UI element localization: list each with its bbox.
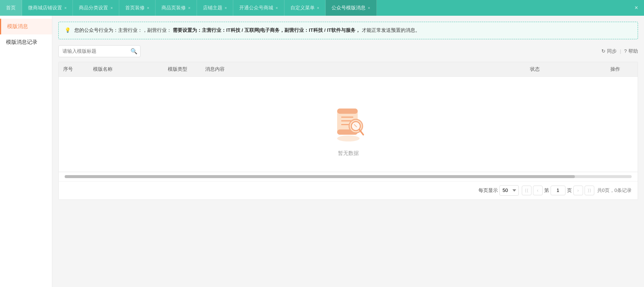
close-template-message-icon[interactable]: × (368, 6, 370, 10)
sync-icon: ↻ (601, 48, 606, 54)
notice-suffix-text: 才能正常发送预置的消息。 (362, 27, 420, 33)
nav-tab-store-theme-label: 店铺主题 (203, 4, 222, 11)
nav-tab-product-decor[interactable]: 商品页装修 × (155, 0, 197, 16)
content-area: 💡 您的公众号行业为：主营行业：，副营行业： 需要设置为：主营行业：IT科技 /… (52, 16, 644, 287)
th-status: 状态 (526, 62, 593, 76)
close-shop-settings-icon[interactable]: × (64, 6, 67, 10)
page-suffix-label: 页 (567, 187, 572, 194)
th-type: 模版类型 (163, 62, 201, 76)
close-category-settings-icon[interactable]: × (110, 6, 113, 10)
notice-highlight-text: 需要设置为：主营行业：IT科技 / 互联网|电子商务，副营行业：IT科技 / I… (173, 27, 360, 33)
divider: | (620, 48, 621, 54)
nav-tab-open-mall-label: 开通公众号商城 (239, 4, 273, 11)
prev-page-button[interactable]: ‹ (533, 186, 543, 195)
nav-tab-template-message-label: 公众号模版消息 (332, 4, 366, 11)
close-open-mall-icon[interactable]: × (275, 6, 278, 10)
notice-box: 💡 您的公众号行业为：主营行业：，副营行业： 需要设置为：主营行业：IT科技 /… (58, 22, 638, 39)
sync-label: 同步 (607, 48, 617, 55)
nav-tab-open-mall[interactable]: 开通公众号商城 × (233, 0, 284, 16)
main-layout: 模版消息 模版消息记录 💡 您的公众号行业为：主营行业：，副营行业： 需要设置为… (0, 16, 644, 287)
close-custom-menu-icon[interactable]: × (317, 6, 319, 10)
svg-point-0 (337, 135, 360, 141)
nav-tab-custom-menu-label: 自定义菜单 (290, 4, 315, 11)
search-input[interactable] (58, 45, 141, 57)
sidebar-item-template-message-log-label: 模版消息记录 (6, 39, 37, 45)
help-icon: ? (624, 48, 627, 54)
nav-tab-template-message[interactable]: 公众号模版消息 × (326, 0, 376, 16)
nav-tab-home[interactable]: 首页 (0, 0, 22, 16)
close-product-decor-icon[interactable]: × (188, 6, 190, 10)
data-table: 序号 模版名称 模版类型 消息内容 状态 操作 (58, 62, 638, 200)
page-size-dropdown[interactable]: 50 10 20 100 (499, 185, 519, 196)
nav-tab-homepage-decor-label: 首页装修 (125, 4, 145, 11)
nav-tab-shop-settings[interactable]: 微商城店铺设置 × (22, 0, 73, 16)
notice-prefix-text: 您的公众号行业为：主营行业：，副营行业： (74, 27, 172, 33)
nav-tab-custom-menu[interactable]: 自定义菜单 × (284, 0, 326, 16)
last-page-button[interactable]: ⟩⟩ (585, 186, 594, 195)
page-size-select: 每页显示 50 10 20 100 (478, 185, 519, 196)
close-store-theme-icon[interactable]: × (225, 6, 227, 10)
sidebar: 模版消息 模版消息记录 (0, 16, 52, 287)
scrollbar-thumb (65, 175, 575, 178)
sync-button[interactable]: ↻ 同步 (601, 48, 617, 55)
nav-tab-product-decor-label: 商品页装修 (161, 4, 186, 11)
page-prefix-label: 第 (544, 187, 549, 194)
notice-icon: 💡 (65, 27, 71, 33)
next-page-button[interactable]: › (573, 186, 583, 195)
first-page-button[interactable]: ⟨⟨ (522, 186, 531, 195)
search-bar: 🔍 ↻ 同步 | ? 帮助 (58, 45, 638, 57)
search-input-wrap: 🔍 (58, 45, 141, 57)
fake-scrollbar[interactable] (65, 175, 632, 178)
page-nav: ⟨⟨ ‹ 第 页 › ⟩⟩ (522, 186, 594, 195)
sidebar-item-template-message-log[interactable]: 模版消息记录 (0, 34, 52, 50)
search-left: 🔍 (58, 45, 141, 57)
th-content: 消息内容 (201, 62, 526, 76)
search-icon-button[interactable]: 🔍 (130, 48, 138, 55)
nav-tab-store-theme[interactable]: 店铺主题 × (197, 0, 233, 16)
close-all-button[interactable]: × (629, 4, 644, 11)
nav-tab-category-settings-label: 商品分类设置 (79, 4, 108, 11)
empty-illustration (326, 99, 371, 144)
help-button[interactable]: ? 帮助 (624, 48, 638, 55)
empty-text: 暂无数据 (338, 150, 359, 157)
nav-tab-category-settings[interactable]: 商品分类设置 × (73, 0, 119, 16)
nav-tab-home-label: 首页 (6, 4, 16, 11)
empty-state: 暂无数据 (59, 77, 638, 172)
sidebar-item-template-message[interactable]: 模版消息 (0, 19, 52, 34)
help-label: 帮助 (628, 48, 638, 55)
scrollbar-area (59, 172, 638, 181)
search-right: ↻ 同步 | ? 帮助 (601, 48, 638, 55)
top-nav: 首页 微商城店铺设置 × 商品分类设置 × 首页装修 × 商品页装修 × 店铺主… (0, 0, 644, 16)
sidebar-item-template-message-label: 模版消息 (7, 23, 28, 29)
pagination: 每页显示 50 10 20 100 ⟨⟨ ‹ 第 页 › ⟩⟩ (59, 181, 638, 199)
table-header: 序号 模版名称 模版类型 消息内容 状态 操作 (59, 62, 638, 77)
svg-rect-2 (337, 109, 358, 114)
per-page-label: 每页显示 (478, 187, 498, 194)
page-number-input[interactable] (551, 186, 566, 195)
th-name: 模版名称 (89, 62, 163, 76)
close-homepage-decor-icon[interactable]: × (147, 6, 149, 10)
total-info: 共0页，0条记录 (597, 187, 632, 194)
nav-tab-shop-settings-label: 微商城店铺设置 (28, 4, 62, 11)
th-action: 操作 (593, 62, 638, 76)
nav-tab-homepage-decor[interactable]: 首页装修 × (119, 0, 155, 16)
th-seq: 序号 (59, 62, 89, 76)
